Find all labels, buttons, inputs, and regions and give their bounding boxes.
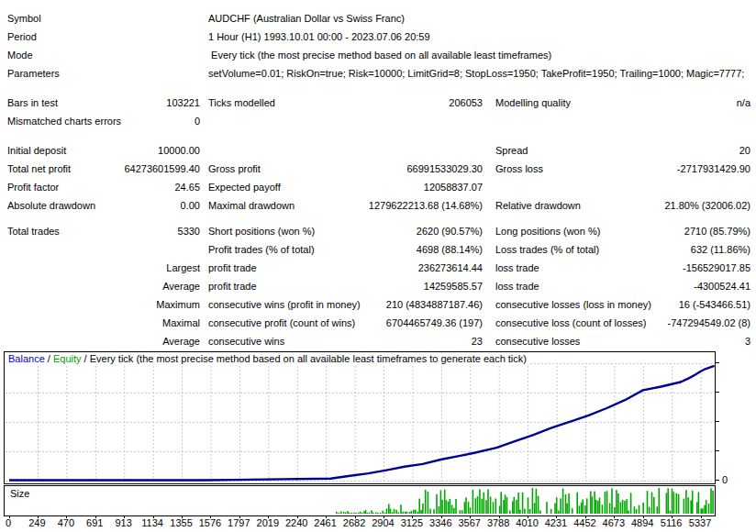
balance-chart-frame: Balance / Equity / Every tick (the most … [4, 351, 716, 484]
stat-value-2: 14259585.57 [255, 277, 483, 295]
x-axis-label: 2019 [257, 517, 279, 528]
info-value: Every tick (the most precise method base… [208, 46, 551, 64]
stat-row: Total net profit64273601599.40Gross prof… [0, 160, 756, 178]
stat-value-3: 632 (11.86%) [563, 240, 750, 259]
stat-label-2: profit trade [208, 259, 257, 277]
x-axis-label: 691 [86, 517, 103, 528]
stat-value-2: 4698 (88.14%) [255, 240, 483, 259]
info-label: Symbol [7, 9, 41, 28]
stat-row: Total trades5330Short positions (won %)2… [0, 222, 756, 240]
legend-: / Every tick (the most precise method ba… [84, 353, 527, 364]
x-axis-label: 4231 [545, 517, 567, 528]
x-axis-label: 5337 [689, 517, 711, 528]
x-axis-label: 1134 [141, 517, 163, 528]
stat-row: Maximumconsecutive wins (profit in money… [0, 295, 756, 314]
stat-value-3: -747294549.02 (8) [563, 314, 750, 332]
stat-row: Mismatched charts errors0 [0, 112, 756, 130]
stat-label-3: loss trade [495, 277, 539, 295]
stat-value-2: 12058837.07 [255, 178, 483, 196]
y-axis-tick [716, 480, 719, 481]
x-axis-label: 2904 [372, 517, 394, 528]
stat-value-1: Average [46, 277, 200, 295]
x-axis-label: 913 [115, 517, 131, 528]
x-axis-label: 1355 [170, 517, 192, 528]
y-axis-label-zero: 0 [722, 474, 740, 486]
stat-label-2: profit trade [208, 277, 257, 295]
x-axis-label: 2240 [285, 517, 307, 528]
stat-row: Largestprofit trade236273614.44loss trad… [0, 259, 756, 277]
stat-value-2: 6704465749.36 (197) [255, 314, 483, 332]
size-chart-plot [5, 486, 715, 515]
legend-equity: Equity [53, 353, 84, 364]
stat-row: Maximalconsecutive profit (count of wins… [0, 314, 756, 332]
stat-value-3: 21.80% (32006.02) [563, 196, 750, 215]
x-axis-label: 1576 [199, 517, 221, 528]
y-axis-tick [716, 421, 719, 422]
stat-value-1: 64273601599.40 [46, 160, 200, 178]
balance-chart-plot [5, 352, 715, 483]
x-axis-label: 3788 [487, 517, 509, 528]
stat-value-1: 24.65 [46, 178, 200, 196]
stat-label-3: Gross loss [495, 160, 543, 178]
size-chart-title: Size [10, 488, 29, 499]
x-axis-label: 3125 [401, 517, 423, 528]
stat-value-1: 0.00 [46, 196, 200, 215]
x-axis-label: 4673 [603, 517, 625, 528]
stat-value-2: 2620 (90.57%) [255, 222, 483, 240]
info-row: ParameterssetVolume=0.01; RiskOn=true; R… [0, 64, 756, 83]
stat-value-3: -156529017.85 [563, 259, 750, 277]
stat-value-1: 10000.00 [46, 141, 200, 160]
x-axis-label: 1797 [228, 517, 250, 528]
info-value: AUDCHF (Australian Dollar vs Swiss Franc… [208, 9, 405, 28]
stat-value-2: 206053 [255, 94, 483, 112]
stat-row: Profit factor24.65Expected payoff1205883… [0, 178, 756, 196]
stat-label-3: Modelling quality [495, 94, 571, 112]
stat-value-2: 236273614.44 [255, 259, 483, 277]
stat-value-1: Largest [46, 259, 200, 277]
chart-legend: Balance / Equity / Every tick (the most … [6, 353, 529, 365]
stat-value-2: 1279622213.68 (14.68%) [255, 196, 483, 215]
info-row: Period1 Hour (H1) 1993.10.01 00:00 - 202… [0, 28, 756, 46]
x-axis-label: 0 [6, 517, 11, 528]
x-axis-label: 4452 [573, 517, 595, 528]
info-label: Parameters [7, 64, 60, 83]
stat-label-3: Spread [495, 141, 528, 160]
stat-row: Bars in test103221Ticks modelled206053Mo… [0, 94, 756, 112]
strategy-tester-report: { "report": { "info_rows": [ {"label":"S… [0, 0, 756, 532]
stat-value-1: Average [46, 332, 200, 350]
stat-value-3: -4300524.41 [563, 277, 750, 295]
stat-value-1: Maximum [46, 295, 200, 314]
y-axis-tick [716, 362, 719, 363]
stat-value-1: 103221 [46, 94, 200, 112]
stat-value-3: 3 [563, 332, 750, 350]
x-axis-label: 2682 [343, 517, 365, 528]
y-axis-tick [716, 450, 719, 451]
info-value: setVolume=0.01; RiskOn=true; Risk=10000;… [208, 64, 744, 83]
stat-value-2: 23 [255, 332, 483, 350]
x-axis-label: 4010 [516, 517, 538, 528]
stat-value-3: -2717931429.90 [563, 160, 750, 178]
info-row: Mode Every tick (the most precise method… [0, 46, 756, 64]
info-label: Period [7, 28, 37, 46]
stat-row: Profit trades (% of total)4698 (88.14%)L… [0, 240, 756, 259]
stat-value-3: 2710 (85.79%) [563, 222, 750, 240]
x-axis-label: 3346 [429, 517, 451, 528]
x-axis-label: 4894 [631, 517, 653, 528]
info-label: Mode [7, 46, 33, 64]
y-axis-tick [716, 392, 719, 393]
x-axis-label: 2461 [314, 517, 336, 528]
x-axis-label: 249 [28, 517, 45, 528]
stat-row: Averageconsecutive wins23consecutive los… [0, 332, 756, 350]
x-axis-label: 3567 [458, 517, 480, 528]
stat-value-3: 20 [563, 141, 750, 160]
info-value: 1 Hour (H1) 1993.10.01 00:00 - 2023.07.0… [208, 28, 430, 46]
stat-value-3: n/a [563, 94, 750, 112]
stat-row: Initial deposit10000.00Spread20 [0, 141, 756, 160]
stat-value-1: Maximal [46, 314, 200, 332]
x-axis-label: 470 [58, 517, 74, 528]
stat-value-1: 0 [46, 112, 200, 130]
x-axis-label: 5116 [661, 517, 683, 528]
stat-row: Averageprofit trade14259585.57loss trade… [0, 277, 756, 295]
stat-value-3: 16 (-543466.51) [563, 295, 750, 314]
stat-value-1: 5330 [46, 222, 200, 240]
